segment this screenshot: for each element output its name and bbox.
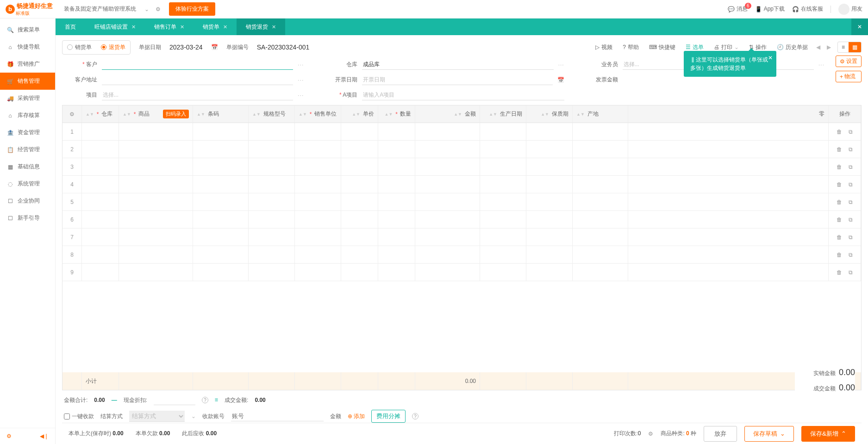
cell[interactable]	[628, 228, 829, 246]
close-icon[interactable]: ✕	[272, 24, 276, 30]
sidebar-item-money[interactable]: 🏦资金管理	[0, 124, 55, 141]
cell[interactable]	[573, 228, 628, 246]
cell[interactable]	[249, 176, 295, 193]
delete-icon[interactable]: 🗑	[837, 252, 842, 258]
table-row[interactable]: 6🗑 ⧉	[62, 211, 861, 228]
cell[interactable]	[378, 246, 415, 263]
cell[interactable]	[628, 264, 829, 281]
cell[interactable]	[341, 193, 378, 210]
copy-icon[interactable]: ⧉	[849, 216, 853, 223]
cell[interactable]	[249, 211, 295, 228]
col-product[interactable]: ▲▼*商品扫码录入	[119, 105, 193, 123]
online-support-button[interactable]: 🎧 在线客服	[792, 5, 823, 13]
delete-icon[interactable]: 🗑	[837, 234, 842, 240]
sidebar-item-cart[interactable]: 🛒销售管理	[0, 73, 55, 90]
col-origin[interactable]: ▲▼产地	[573, 105, 628, 123]
cell[interactable]	[341, 141, 378, 158]
cell[interactable]	[295, 158, 341, 175]
cell[interactable]	[341, 264, 378, 281]
cell[interactable]	[415, 228, 480, 246]
cell[interactable]	[480, 228, 526, 246]
tab-3[interactable]: 销货单✕	[194, 18, 237, 35]
sidebar-item-guide[interactable]: ☐新手引导	[0, 210, 55, 227]
delete-icon[interactable]: 🗑	[837, 216, 842, 223]
cell[interactable]	[119, 211, 193, 228]
addr-input[interactable]	[102, 74, 293, 85]
col-prod-date[interactable]: ▲▼生产日期	[480, 105, 526, 123]
cell[interactable]	[82, 246, 119, 263]
copy-icon[interactable]: ⧉	[849, 146, 853, 153]
cell[interactable]	[628, 211, 829, 228]
col-unit[interactable]: ▲▼*销售单位	[295, 105, 341, 123]
invoice-date-input[interactable]	[362, 74, 552, 85]
video-button[interactable]: ▷视频	[593, 43, 614, 52]
fee-share-button[interactable]: 费用分摊	[371, 410, 406, 423]
logistics-button[interactable]: +物流	[836, 71, 862, 82]
cell[interactable]	[295, 264, 341, 281]
cell[interactable]	[415, 193, 480, 210]
cell[interactable]	[480, 264, 526, 281]
cell[interactable]	[249, 193, 295, 210]
settle-select[interactable]: 结算方式	[129, 411, 185, 422]
close-icon[interactable]: ✕	[180, 24, 184, 30]
cell[interactable]	[119, 123, 193, 140]
delete-icon[interactable]: 🗑	[837, 269, 842, 276]
cell[interactable]	[415, 141, 480, 158]
account-input[interactable]	[231, 411, 324, 421]
cell[interactable]	[295, 228, 341, 246]
cell[interactable]	[378, 211, 415, 228]
cell[interactable]	[119, 246, 193, 263]
table-row[interactable]: 8🗑 ⧉	[62, 246, 861, 264]
cell[interactable]	[573, 246, 628, 263]
a-item-input[interactable]	[362, 90, 564, 100]
cell[interactable]	[249, 123, 295, 140]
cell[interactable]	[193, 211, 249, 228]
cell[interactable]	[526, 193, 573, 210]
cash-discount-input[interactable]	[154, 395, 195, 405]
sales-doc-option[interactable]: 销货单	[62, 41, 96, 54]
one-click-pay[interactable]: 一键收款	[64, 413, 94, 420]
cell[interactable]	[480, 246, 526, 263]
copy-icon[interactable]: ⧉	[849, 199, 853, 205]
tab-0[interactable]: 首页	[56, 18, 85, 35]
copy-icon[interactable]: ⧉	[849, 234, 853, 240]
cell[interactable]	[526, 141, 573, 158]
close-all-tabs[interactable]: ✕	[851, 18, 868, 35]
copy-icon[interactable]: ⧉	[849, 252, 853, 258]
cell[interactable]	[341, 246, 378, 263]
table-row[interactable]: 9🗑 ⧉	[62, 264, 861, 281]
sidebar-item-clip[interactable]: 📋经营管理	[0, 141, 55, 158]
cell[interactable]	[378, 264, 415, 281]
cell[interactable]	[193, 141, 249, 158]
add-payment-button[interactable]: ⊕添加	[348, 413, 365, 420]
cell[interactable]	[573, 123, 628, 140]
cell[interactable]	[480, 193, 526, 210]
cell[interactable]	[119, 264, 193, 281]
cell[interactable]	[295, 193, 341, 210]
cell[interactable]	[82, 141, 119, 158]
warehouse-input[interactable]	[362, 59, 553, 70]
delete-icon[interactable]: 🗑	[837, 164, 842, 170]
shortcut-button[interactable]: ⌨快捷键	[647, 43, 677, 52]
cell[interactable]	[193, 264, 249, 281]
col-warehouse[interactable]: ▲▼*仓库	[82, 105, 119, 123]
cell[interactable]	[249, 158, 295, 175]
delete-icon[interactable]: 🗑	[837, 181, 842, 188]
cell[interactable]	[526, 264, 573, 281]
system-selector[interactable]: 装备及固定资产辅助管理系统 ⌄	[64, 5, 149, 13]
lookup-icon[interactable]: ···	[298, 62, 304, 68]
cell[interactable]	[573, 193, 628, 210]
sidebar-item-search[interactable]: 🔍搜索菜单	[0, 21, 55, 38]
cell[interactable]	[526, 123, 573, 140]
sidebar-item-gift[interactable]: 🎁营销推广	[0, 56, 55, 73]
cell[interactable]	[119, 193, 193, 210]
cell[interactable]	[341, 123, 378, 140]
cell[interactable]	[193, 158, 249, 175]
cell[interactable]	[119, 141, 193, 158]
settings-gear-icon[interactable]: ⚙	[156, 6, 161, 12]
cell[interactable]	[249, 141, 295, 158]
cell[interactable]	[249, 246, 295, 263]
cell[interactable]	[628, 193, 829, 210]
cell[interactable]	[378, 176, 415, 193]
cell[interactable]	[415, 158, 480, 175]
